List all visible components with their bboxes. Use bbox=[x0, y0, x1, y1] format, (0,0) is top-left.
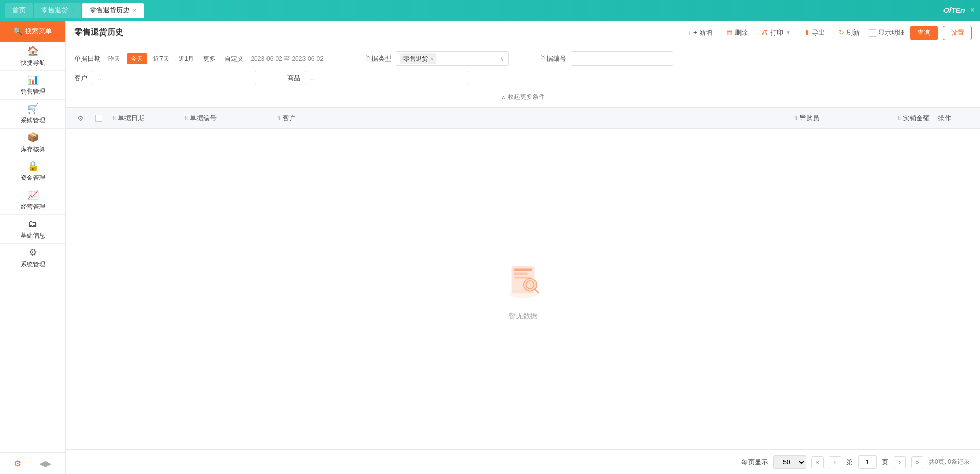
collapse-button[interactable]: ∧ 收起更多条件 bbox=[501, 93, 545, 101]
table-settings-button[interactable]: ⚙ bbox=[71, 114, 90, 122]
customer-select[interactable]: ... bbox=[92, 71, 256, 85]
col-guide[interactable]: ⇅ 导购员 bbox=[790, 114, 872, 123]
next-page-button[interactable]: › bbox=[894, 456, 906, 468]
bill-no-input[interactable] bbox=[571, 51, 673, 66]
window-close-button[interactable]: × bbox=[970, 6, 975, 15]
date-btn-custom[interactable]: 自定义 bbox=[222, 53, 246, 64]
sidebar-item-finance[interactable]: 🔒 资金管理 bbox=[0, 157, 65, 186]
sidebar-item-basic-info[interactable]: 🗂 基础信息 bbox=[0, 215, 65, 244]
tab-home[interactable]: 首页 bbox=[5, 3, 33, 18]
query-button[interactable]: 查询 bbox=[910, 26, 938, 40]
basic-info-icon: 🗂 bbox=[28, 218, 38, 229]
sidebar-item-operations[interactable]: 📈 经营管理 bbox=[0, 186, 65, 215]
collapse-icon: ∧ bbox=[501, 94, 506, 101]
sidebar-help-button[interactable]: ◀▶ bbox=[39, 459, 51, 468]
col-date[interactable]: ⇅ 单据日期 bbox=[108, 114, 180, 123]
tab-bar: 首页 零售退货 × 零售退货历史 × bbox=[5, 3, 943, 18]
goods-select[interactable]: ... bbox=[305, 71, 469, 85]
first-page-button[interactable]: « bbox=[811, 456, 824, 468]
add-button[interactable]: + + 新增 bbox=[683, 26, 717, 40]
empty-state: 暂无数据 bbox=[66, 129, 980, 449]
customer-label: 客户 bbox=[74, 74, 87, 83]
purchase-mgmt-icon: 🛒 bbox=[27, 103, 39, 114]
tab-retail-return[interactable]: 零售退货 × bbox=[34, 3, 81, 18]
sidebar-item-sales-mgmt-label: 销售管理 bbox=[21, 87, 45, 96]
last-page-button[interactable]: » bbox=[911, 456, 923, 468]
date-btn-last-month[interactable]: 近1月 bbox=[175, 53, 198, 64]
next-page-icon: › bbox=[899, 459, 901, 466]
goods-label: 商品 bbox=[287, 74, 300, 83]
print-button[interactable]: 🖨 打印 ▼ bbox=[757, 26, 795, 40]
goods-ellipsis: ... bbox=[309, 75, 314, 82]
bill-type-select-arrow: ∨ bbox=[500, 56, 504, 62]
col-billno-label: 单据编号 bbox=[190, 114, 217, 123]
col-amount-sort-icon: ⇅ bbox=[897, 115, 901, 121]
date-filters: 昨天 今天 近7天 近1月 更多 自定义 bbox=[105, 53, 246, 64]
bill-type-tag-close[interactable]: × bbox=[430, 56, 433, 62]
sidebar-item-inventory[interactable]: 📦 库存核算 bbox=[0, 129, 65, 157]
prev-page-icon: ‹ bbox=[834, 459, 836, 466]
date-btn-more[interactable]: 更多 bbox=[200, 53, 219, 64]
bill-type-tag-value: 零售退货 bbox=[403, 54, 428, 63]
page-size-select[interactable]: 50 10 20 100 bbox=[773, 455, 806, 469]
sidebar-item-sales-mgmt[interactable]: 📊 销售管理 bbox=[0, 71, 65, 100]
sidebar-item-quick-nav[interactable]: 🏠 快捷导航 bbox=[0, 42, 65, 71]
total-info: 共0页, 0条记录 bbox=[929, 458, 970, 466]
bill-type-select[interactable]: 零售退货 × ∨ bbox=[396, 51, 509, 66]
delete-button[interactable]: 🗑 删除 bbox=[722, 26, 752, 40]
settings-button[interactable]: 设置 bbox=[943, 26, 972, 40]
sidebar-item-finance-label: 资金管理 bbox=[21, 174, 45, 183]
bill-type-tag: 零售退货 × bbox=[400, 53, 436, 64]
collapse-area: ∧ 收起更多条件 bbox=[74, 90, 972, 101]
system-mgmt-icon: ⚙ bbox=[29, 247, 37, 258]
col-action-label: 操作 bbox=[938, 114, 951, 123]
sidebar-item-quick-nav-label: 快捷导航 bbox=[21, 59, 45, 67]
col-billno[interactable]: ⇅ 单据编号 bbox=[180, 114, 273, 123]
filter-area: 单据日期 昨天 今天 近7天 近1月 更多 自定义 2023-06-02 至 2… bbox=[66, 45, 980, 108]
goods-filter-group: 商品 ... bbox=[287, 71, 469, 85]
empty-icon bbox=[500, 257, 546, 303]
select-all-check[interactable] bbox=[95, 115, 102, 122]
table-select-all-checkbox[interactable] bbox=[90, 115, 108, 122]
page-size-label: 每页显示 bbox=[741, 458, 768, 467]
col-customer-label: 客户 bbox=[282, 114, 296, 123]
tab-retail-return-history-close[interactable]: × bbox=[133, 7, 136, 13]
col-amount[interactable]: ⇅ 实销金额 bbox=[872, 114, 934, 123]
export-button[interactable]: ⬆ 导出 bbox=[800, 26, 829, 40]
header-actions: + + 新增 🗑 删除 🖨 打印 ▼ ⬆ 导出 ↻ bbox=[683, 26, 972, 40]
sidebar-item-purchase-mgmt[interactable]: 🛒 采购管理 bbox=[0, 100, 65, 129]
date-filter-group: 单据日期 昨天 今天 近7天 近1月 更多 自定义 2023-06-02 至 2… bbox=[74, 53, 324, 64]
customer-ellipsis: ... bbox=[96, 75, 101, 82]
sales-mgmt-icon: 📊 bbox=[27, 74, 39, 85]
sidebar-item-basic-info-label: 基础信息 bbox=[21, 231, 45, 240]
sidebar-item-system-mgmt[interactable]: ⚙ 系统管理 bbox=[0, 244, 65, 272]
display-detail-label: 显示明细 bbox=[878, 28, 905, 38]
bill-type-label: 单据类型 bbox=[365, 54, 391, 63]
tab-retail-return-close[interactable]: × bbox=[71, 7, 74, 13]
tab-retail-return-history-label: 零售退货历史 bbox=[90, 6, 130, 15]
date-btn-yesterday[interactable]: 昨天 bbox=[105, 53, 123, 64]
svg-rect-2 bbox=[514, 269, 532, 271]
inventory-icon: 📦 bbox=[27, 132, 39, 143]
first-page-icon: « bbox=[816, 459, 819, 466]
page-number-input[interactable] bbox=[858, 455, 877, 469]
table-container: ⚙ ⇅ 单据日期 ⇅ 单据编号 ⇅ 客户 ⇅ 导购员 bbox=[66, 108, 980, 474]
sidebar-item-purchase-mgmt-label: 采购管理 bbox=[21, 116, 45, 125]
search-icon: 🔍 bbox=[13, 27, 22, 35]
col-amount-label: 实销金额 bbox=[903, 114, 930, 123]
col-billno-sort-icon: ⇅ bbox=[184, 115, 188, 121]
prev-page-button[interactable]: ‹ bbox=[829, 456, 841, 468]
sidebar-search-button[interactable]: 🔍 搜索菜单 bbox=[0, 21, 65, 42]
date-btn-last7[interactable]: 近7天 bbox=[150, 53, 172, 64]
tab-retail-return-history[interactable]: 零售退货历史 × bbox=[82, 3, 143, 18]
sidebar-settings-button[interactable]: ⚙ bbox=[14, 459, 21, 468]
svg-rect-4 bbox=[514, 277, 530, 279]
col-customer[interactable]: ⇅ 客户 bbox=[273, 114, 790, 123]
refresh-button[interactable]: ↻ 刷新 bbox=[834, 26, 864, 40]
table-header: ⚙ ⇅ 单据日期 ⇅ 单据编号 ⇅ 客户 ⇅ 导购员 bbox=[66, 108, 980, 129]
date-btn-today[interactable]: 今天 bbox=[127, 53, 147, 64]
sidebar: 🔍 搜索菜单 🏠 快捷导航 📊 销售管理 🛒 采购管理 📦 库存核算 🔒 bbox=[0, 21, 66, 474]
col-date-sort-icon: ⇅ bbox=[112, 115, 116, 121]
display-detail-checkbox[interactable] bbox=[869, 29, 876, 37]
last-page-icon: » bbox=[916, 459, 919, 466]
